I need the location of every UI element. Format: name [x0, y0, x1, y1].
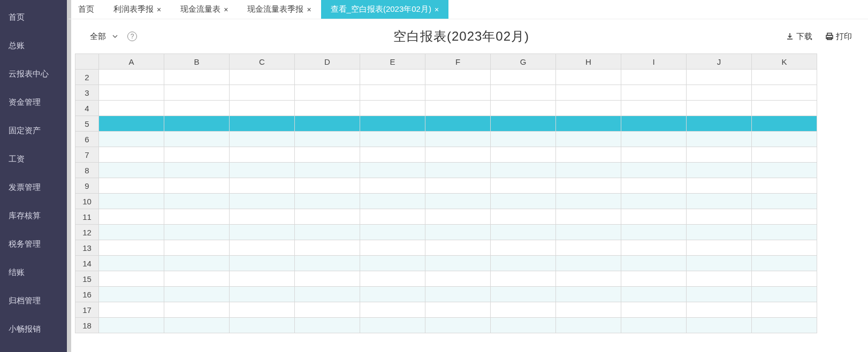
cell-A12[interactable]: [99, 225, 164, 240]
cell-K18[interactable]: [752, 318, 817, 333]
cell-C5[interactable]: [230, 116, 295, 132]
cell-A3[interactable]: [99, 85, 164, 101]
cell-C14[interactable]: [230, 256, 295, 271]
cell-G5[interactable]: [491, 116, 556, 132]
cell-I14[interactable]: [621, 256, 687, 271]
cell-B6[interactable]: [164, 132, 230, 147]
cell-K7[interactable]: [752, 147, 817, 163]
cell-I7[interactable]: [621, 147, 687, 163]
cell-D5[interactable]: [295, 116, 360, 132]
cell-G13[interactable]: [491, 240, 556, 256]
cell-K8[interactable]: [752, 163, 817, 178]
cell-A15[interactable]: [99, 271, 164, 287]
tab-3[interactable]: 现金流量表季报×: [238, 0, 321, 19]
cell-H15[interactable]: [556, 271, 621, 287]
cell-J6[interactable]: [687, 132, 752, 147]
cell-K17[interactable]: [752, 302, 817, 318]
cell-E7[interactable]: [360, 147, 425, 163]
cell-J2[interactable]: [687, 70, 752, 85]
cell-A5[interactable]: [99, 116, 164, 132]
sidebar-item-4[interactable]: 固定资产: [0, 117, 68, 145]
cell-D12[interactable]: [295, 225, 360, 240]
cell-B16[interactable]: [164, 287, 230, 302]
row-header-8[interactable]: 8: [75, 163, 99, 178]
cell-B15[interactable]: [164, 271, 230, 287]
tab-4[interactable]: 查看_空白报表(2023年02月)×: [321, 0, 449, 19]
col-header-B[interactable]: B: [164, 54, 230, 70]
cell-J18[interactable]: [687, 318, 752, 333]
cell-C13[interactable]: [230, 240, 295, 256]
cell-G17[interactable]: [491, 302, 556, 318]
cell-E10[interactable]: [360, 194, 425, 209]
cell-D15[interactable]: [295, 271, 360, 287]
cell-B2[interactable]: [164, 70, 230, 85]
cell-H12[interactable]: [556, 225, 621, 240]
row-header-3[interactable]: 3: [75, 85, 99, 101]
cell-B11[interactable]: [164, 209, 230, 225]
cell-K11[interactable]: [752, 209, 817, 225]
cell-A16[interactable]: [99, 287, 164, 302]
cell-H5[interactable]: [556, 116, 621, 132]
cell-E4[interactable]: [360, 101, 425, 116]
cell-B4[interactable]: [164, 101, 230, 116]
row-header-5[interactable]: 5: [75, 116, 99, 132]
cell-H8[interactable]: [556, 163, 621, 178]
cell-E6[interactable]: [360, 132, 425, 147]
cell-I15[interactable]: [621, 271, 687, 287]
cell-K5[interactable]: [752, 116, 817, 132]
sidebar-item-2[interactable]: 云报表中心: [0, 60, 68, 88]
cell-H3[interactable]: [556, 85, 621, 101]
cell-G6[interactable]: [491, 132, 556, 147]
cell-J4[interactable]: [687, 101, 752, 116]
cell-K6[interactable]: [752, 132, 817, 147]
cell-C18[interactable]: [230, 318, 295, 333]
cell-F10[interactable]: [425, 194, 491, 209]
close-icon[interactable]: ×: [307, 6, 311, 13]
cell-D13[interactable]: [295, 240, 360, 256]
cell-E17[interactable]: [360, 302, 425, 318]
cell-G14[interactable]: [491, 256, 556, 271]
cell-J12[interactable]: [687, 225, 752, 240]
cell-F14[interactable]: [425, 256, 491, 271]
row-header-4[interactable]: 4: [75, 101, 99, 116]
cell-E11[interactable]: [360, 209, 425, 225]
cell-B12[interactable]: [164, 225, 230, 240]
cell-I5[interactable]: [621, 116, 687, 132]
cell-H2[interactable]: [556, 70, 621, 85]
cell-F15[interactable]: [425, 271, 491, 287]
cell-E15[interactable]: [360, 271, 425, 287]
sidebar-item-8[interactable]: 税务管理: [0, 230, 68, 258]
cell-J5[interactable]: [687, 116, 752, 132]
cell-J17[interactable]: [687, 302, 752, 318]
cell-H9[interactable]: [556, 178, 621, 194]
cell-D4[interactable]: [295, 101, 360, 116]
cell-F3[interactable]: [425, 85, 491, 101]
close-icon[interactable]: ×: [224, 6, 228, 13]
cell-B13[interactable]: [164, 240, 230, 256]
cell-F7[interactable]: [425, 147, 491, 163]
sidebar-item-10[interactable]: 归档管理: [0, 287, 68, 315]
sidebar-item-6[interactable]: 发票管理: [0, 173, 68, 202]
cell-I18[interactable]: [621, 318, 687, 333]
cell-G2[interactable]: [491, 70, 556, 85]
help-icon[interactable]: ?: [127, 32, 137, 41]
cell-I10[interactable]: [621, 194, 687, 209]
cell-E16[interactable]: [360, 287, 425, 302]
cell-D7[interactable]: [295, 147, 360, 163]
cell-A8[interactable]: [99, 163, 164, 178]
cell-C10[interactable]: [230, 194, 295, 209]
cell-E5[interactable]: [360, 116, 425, 132]
cell-K10[interactable]: [752, 194, 817, 209]
cell-G11[interactable]: [491, 209, 556, 225]
tab-2[interactable]: 现金流量表×: [171, 0, 238, 19]
cell-E9[interactable]: [360, 178, 425, 194]
cell-I17[interactable]: [621, 302, 687, 318]
row-header-6[interactable]: 6: [75, 132, 99, 147]
col-header-G[interactable]: G: [491, 54, 556, 70]
cell-G18[interactable]: [491, 318, 556, 333]
cell-F5[interactable]: [425, 116, 491, 132]
sidebar-item-11[interactable]: 小畅报销: [0, 315, 68, 343]
cell-G8[interactable]: [491, 163, 556, 178]
cell-I13[interactable]: [621, 240, 687, 256]
cell-G9[interactable]: [491, 178, 556, 194]
